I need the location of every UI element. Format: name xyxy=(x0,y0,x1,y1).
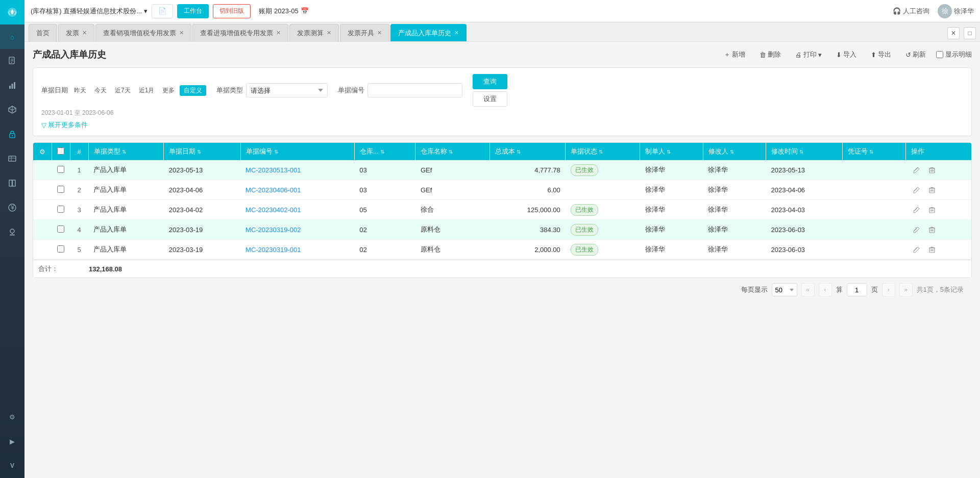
import-btn[interactable]: ⬇ 导入 xyxy=(832,48,861,61)
row-delete-btn[interactable] xyxy=(926,184,938,196)
print-btn[interactable]: 🖨 打印 ▾ xyxy=(791,48,826,61)
number-link[interactable]: MC-20230319-002 xyxy=(246,226,301,234)
row-delete-btn[interactable] xyxy=(926,204,938,216)
row-edit-btn[interactable] xyxy=(911,164,923,176)
period-selector[interactable]: 账期 2023-05 📅 xyxy=(259,7,309,16)
tab-invoice[interactable]: 发票 ✕ xyxy=(58,24,94,41)
tab-purchase-vat-close[interactable]: ✕ xyxy=(276,30,281,36)
tab-home[interactable]: 首页 xyxy=(29,24,57,41)
tab-invoice-calc-close[interactable]: ✕ xyxy=(327,30,331,36)
sidebar-item-inventory[interactable] xyxy=(0,98,24,122)
company-selector[interactable]: (库存核算) 直播轻娱通信息技术股份... ▾ xyxy=(31,7,148,16)
delete-btn[interactable]: 🗑 删除 xyxy=(755,48,785,61)
th-checkbox[interactable] xyxy=(52,143,70,160)
prev-page-btn[interactable]: ‹ xyxy=(819,283,832,296)
row-checkbox[interactable] xyxy=(57,245,64,253)
th-number[interactable]: 单据编号⇅ xyxy=(240,143,354,160)
new-btn[interactable]: ＋ 新增 xyxy=(720,48,749,61)
tab-sales-vat-close[interactable]: ✕ xyxy=(179,30,184,36)
sidebar-item-stamp[interactable] xyxy=(0,220,24,245)
per-page-select[interactable]: 20 50 100 xyxy=(772,283,797,296)
show-detail-checkbox[interactable] xyxy=(936,51,943,58)
sidebar-item-home[interactable]: ⌂ xyxy=(0,24,24,49)
service-button[interactable]: 🎧 人工咨询 xyxy=(893,7,929,16)
tab-invoice-close[interactable]: ✕ xyxy=(82,30,87,36)
sidebar-item-lock[interactable] xyxy=(0,122,24,147)
custom-shortcut[interactable]: 自定义 xyxy=(180,85,206,96)
query-btn[interactable]: 查询 xyxy=(473,74,507,89)
sidebar-item-video[interactable]: ▶ xyxy=(0,429,24,454)
row-edit-btn[interactable] xyxy=(911,243,923,256)
th-creator[interactable]: 制单人⇅ xyxy=(640,143,703,160)
row-delete-btn[interactable] xyxy=(926,243,938,256)
number-link[interactable]: MC-20230319-001 xyxy=(246,246,301,254)
sidebar-item-chart[interactable] xyxy=(0,73,24,98)
th-modify-time[interactable]: 修改时间⇅ xyxy=(766,143,843,160)
yesterday-shortcut[interactable]: 昨天 xyxy=(71,85,89,96)
td-checkbox[interactable] xyxy=(52,220,70,240)
more-shortcut[interactable]: 更多 xyxy=(159,85,178,96)
tab-invoice-calc[interactable]: 发票测算 ✕ xyxy=(289,24,339,41)
th-date[interactable]: 单据日期⇅ xyxy=(164,143,240,160)
th-modifier[interactable]: 修改人⇅ xyxy=(703,143,766,160)
last-page-btn[interactable]: » xyxy=(899,283,913,296)
tab-sales-vat[interactable]: 查看销项增值税专用发票 ✕ xyxy=(95,24,191,41)
tab-purchase-vat[interactable]: 查看进项增值税专用发票 ✕ xyxy=(192,24,288,41)
refresh-btn[interactable]: ↺ 刷新 xyxy=(901,48,930,61)
td-checkbox[interactable] xyxy=(52,200,70,220)
sidebar-item-docs[interactable] xyxy=(0,49,24,73)
td-number[interactable]: MC-20230319-001 xyxy=(240,240,354,260)
set-btn[interactable]: 设置 xyxy=(473,91,507,107)
tab-invoice-issue[interactable]: 发票开具 ✕ xyxy=(340,24,389,41)
td-number[interactable]: MC-20230402-001 xyxy=(240,200,354,220)
th-status[interactable]: 单据状态⇅ xyxy=(566,143,640,160)
td-checkbox[interactable] xyxy=(52,180,70,200)
number-link[interactable]: MC-20230513-001 xyxy=(246,166,301,174)
tab-product-history[interactable]: 产成品入库单历史 ✕ xyxy=(390,24,467,41)
week-shortcut[interactable]: 近7天 xyxy=(112,85,134,96)
row-edit-btn[interactable] xyxy=(911,223,923,236)
row-edit-btn[interactable] xyxy=(911,204,923,216)
sidebar-item-settings[interactable]: ⚙ xyxy=(0,405,24,429)
sidebar-item-version[interactable]: V xyxy=(0,454,24,478)
next-page-btn[interactable]: › xyxy=(882,283,895,296)
tab-product-history-close[interactable]: ✕ xyxy=(454,30,459,36)
tab-close-all-btn[interactable]: ✕ xyxy=(947,27,960,39)
select-all-checkbox[interactable] xyxy=(57,147,64,155)
th-type[interactable]: 单据类型⇅ xyxy=(88,143,164,160)
row-edit-btn[interactable] xyxy=(911,184,923,196)
number-input[interactable] xyxy=(368,83,462,97)
row-checkbox[interactable] xyxy=(57,225,64,233)
month-shortcut[interactable]: 近1月 xyxy=(136,85,158,96)
th-voucher[interactable]: 凭证号⇅ xyxy=(843,143,905,160)
row-checkbox[interactable] xyxy=(57,186,64,193)
tab-invoice-issue-close[interactable]: ✕ xyxy=(377,30,382,36)
workbench-btn[interactable]: 工作台 xyxy=(177,4,209,18)
number-link[interactable]: MC-20230402-001 xyxy=(246,206,301,214)
show-detail-checkbox-label[interactable]: 显示明细 xyxy=(936,50,972,59)
row-delete-btn[interactable] xyxy=(926,164,938,176)
expand-filter-btn[interactable]: ▽ 展开更多条件 xyxy=(41,120,963,130)
td-checkbox[interactable] xyxy=(52,160,70,180)
export-btn[interactable]: ⬆ 导出 xyxy=(867,48,895,61)
th-warehouse-name[interactable]: 仓库名称⇅ xyxy=(415,143,490,160)
row-checkbox[interactable] xyxy=(57,206,64,213)
td-number[interactable]: MC-20230406-001 xyxy=(240,180,354,200)
user-menu[interactable]: 徐 徐泽华 xyxy=(938,4,974,18)
th-warehouse-code[interactable]: 仓库...⇅ xyxy=(354,143,415,160)
app-logo[interactable] xyxy=(0,0,24,24)
first-page-btn[interactable]: « xyxy=(801,283,815,296)
th-total-cost[interactable]: 总成本⇅ xyxy=(490,143,566,160)
doc-template-btn[interactable]: 📄 xyxy=(152,4,173,18)
switch-version-btn[interactable]: 切到旧版 xyxy=(213,4,251,18)
sidebar-item-voucher[interactable] xyxy=(0,147,24,171)
number-link[interactable]: MC-20230406-001 xyxy=(246,186,301,194)
sidebar-item-book[interactable] xyxy=(0,171,24,196)
type-select[interactable]: 请选择 产品入库单 销退入库单 调拨入库单 xyxy=(246,83,328,97)
td-number[interactable]: MC-20230319-002 xyxy=(240,220,354,240)
today-shortcut[interactable]: 今天 xyxy=(91,85,110,96)
row-checkbox[interactable] xyxy=(57,166,64,173)
tab-maximize-btn[interactable]: □ xyxy=(964,27,976,39)
row-delete-btn[interactable] xyxy=(926,223,938,236)
td-checkbox[interactable] xyxy=(52,240,70,260)
